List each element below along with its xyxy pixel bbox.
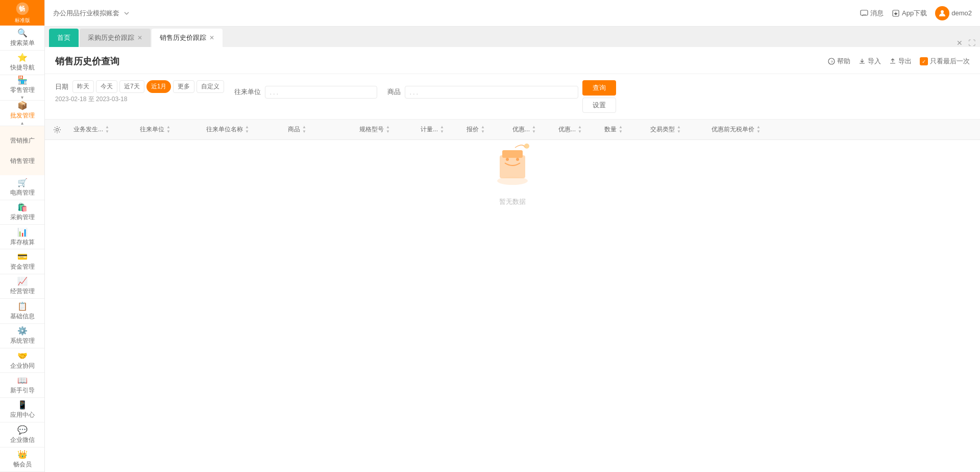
sort-calc-unit[interactable]: ▲▼: [440, 125, 444, 134]
product-input[interactable]: ...: [405, 86, 578, 99]
gear-icon: ⚙️: [17, 326, 28, 336]
th-discount1[interactable]: 优惠... ▲▼: [508, 125, 554, 134]
main-area: 办公用品行业模拟账套 消息 App下载 demo2 首页: [45, 0, 980, 472]
chat-icon: 💬: [17, 425, 28, 435]
sidebar-item-base-info[interactable]: 📋 基础信息: [0, 299, 45, 323]
app-download-btn[interactable]: App下载: [892, 9, 927, 18]
chevron-up-icon: ▴: [21, 120, 23, 126]
star-icon: ⭐: [17, 53, 28, 62]
sidebar-item-label: 快捷导航: [10, 63, 35, 72]
sidebar-item-wholesale[interactable]: 📦 批发管理 ▴: [0, 101, 45, 126]
import-btn[interactable]: 导入: [859, 57, 881, 66]
tab-sales[interactable]: 销售历史价跟踪 ✕: [152, 29, 223, 47]
sort-price[interactable]: ▲▼: [481, 125, 485, 134]
th-pretax[interactable]: 优惠前无税单价 ▲▼: [707, 125, 976, 134]
th-spec-label: 规格型号: [359, 125, 384, 134]
th-qty-label: 数量: [604, 125, 617, 134]
sort-product[interactable]: ▲▼: [302, 125, 306, 134]
partner-input[interactable]: ...: [265, 86, 377, 99]
date-btn-today[interactable]: 今天: [96, 80, 117, 93]
logo-icon: 畅: [15, 2, 30, 16]
product-input-dots: ...: [409, 88, 420, 96]
sidebar-item-search[interactable]: 🔍 搜索菜单: [0, 26, 45, 50]
help-btn[interactable]: ? 帮助: [828, 57, 850, 66]
th-product[interactable]: 商品 ▲▼: [284, 125, 355, 134]
sidebar-item-app-center[interactable]: 📱 应用中心: [0, 398, 45, 422]
query-button[interactable]: 查询: [582, 80, 616, 96]
sidebar-sub-item-marketing[interactable]: 营销推广: [0, 130, 45, 151]
sidebar-item-guide[interactable]: 📖 新手引导: [0, 373, 45, 397]
sidebar-item-quick-nav[interactable]: ⭐ 快捷导航: [0, 51, 45, 75]
table-container: 业务发生... ▲▼ 往来单位 ▲▼ 往来单位名称 ▲▼ 商品 ▲▼ 规格型号: [45, 120, 980, 472]
sidebar-item-operations[interactable]: 📈 经营管理: [0, 274, 45, 299]
date-btn-custom[interactable]: 自定义: [197, 80, 224, 93]
user-menu[interactable]: demo2: [935, 6, 972, 20]
tab-home[interactable]: 首页: [49, 29, 79, 47]
tab-sales-close[interactable]: ✕: [209, 34, 214, 41]
sort-qty[interactable]: ▲▼: [619, 125, 623, 134]
export-btn[interactable]: 导出: [889, 57, 912, 66]
sidebar-item-stock[interactable]: 📊 库存核算: [0, 225, 45, 249]
sort-trade-type[interactable]: ▲▼: [677, 125, 681, 134]
table-header: 业务发生... ▲▼ 往来单位 ▲▼ 往来单位名称 ▲▼ 商品 ▲▼ 规格型号: [45, 120, 980, 140]
settings-button[interactable]: 设置: [582, 98, 616, 113]
sort-unit[interactable]: ▲▼: [166, 125, 170, 134]
th-discount2[interactable]: 优惠... ▲▼: [554, 125, 600, 134]
th-trade-type[interactable]: 交易类型 ▲▼: [646, 125, 707, 134]
sort-discount2[interactable]: ▲▼: [578, 125, 582, 134]
sort-spec[interactable]: ▲▼: [386, 125, 390, 134]
date-btn-yesterday[interactable]: 昨天: [72, 80, 94, 93]
sidebar-item-finance[interactable]: 💳 资金管理: [0, 249, 45, 274]
sidebar-item-system[interactable]: ⚙️ 系统管理: [0, 324, 45, 348]
svg-rect-9: [500, 155, 525, 178]
header-dropdown[interactable]: [124, 10, 130, 16]
maximize-window-btn[interactable]: ⛶: [968, 39, 976, 47]
tab-purchase[interactable]: 采购历史价跟踪 ✕: [80, 29, 151, 47]
messages-btn[interactable]: 消息: [860, 9, 884, 18]
th-price[interactable]: 报价 ▲▼: [462, 125, 508, 134]
date-btn-more[interactable]: 更多: [173, 80, 194, 93]
card-icon: 💳: [17, 252, 28, 262]
th-spec[interactable]: 规格型号 ▲▼: [355, 125, 416, 134]
svg-point-11: [506, 158, 509, 161]
download-icon: [892, 9, 900, 17]
filter-area: 日期 昨天 今天 近7天 近1月 更多 自定义 2023-02-18 至 202…: [45, 74, 980, 120]
header-left: 办公用品行业模拟账套: [53, 9, 130, 18]
tab-purchase-close[interactable]: ✕: [137, 34, 142, 41]
sort-date[interactable]: ▲▼: [105, 125, 109, 134]
svg-point-7: [56, 128, 59, 131]
messages-label: 消息: [870, 9, 884, 18]
chevron-down-icon: ▾: [21, 95, 23, 100]
th-calc-unit[interactable]: 计量... ▲▼: [416, 125, 462, 134]
th-qty[interactable]: 数量 ▲▼: [600, 125, 646, 134]
sidebar-item-member[interactable]: 👑 畅会员: [0, 447, 45, 472]
sidebar-item-wechat[interactable]: 💬 企业微信: [0, 422, 45, 447]
page-actions: ? 帮助 导入 导出 ✓ 只看最后一次: [828, 57, 970, 66]
sidebar-item-label: 基础信息: [10, 312, 35, 321]
th-unit-name[interactable]: 往来单位名称 ▲▼: [202, 125, 284, 134]
logo-subtitle: 标准版: [15, 17, 30, 24]
th-settings[interactable]: [49, 126, 69, 134]
filter-search-area: 日期 昨天 今天 近7天 近1月 更多 自定义 2023-02-18 至 202…: [55, 80, 616, 113]
sidebar-sub-item-sales-mgmt[interactable]: 销售管理: [0, 151, 45, 171]
date-btn-7days[interactable]: 近7天: [119, 80, 144, 93]
th-date-label: 业务发生...: [74, 125, 103, 134]
sort-unit-name[interactable]: ▲▼: [245, 125, 249, 134]
sort-pretax[interactable]: ▲▼: [756, 125, 761, 134]
sidebar-item-retail[interactable]: 🏪 零售管理 ▾: [0, 75, 45, 101]
sort-discount1[interactable]: ▲▼: [532, 125, 536, 134]
only-last-checkbox[interactable]: ✓: [920, 57, 928, 65]
svg-text:?: ?: [831, 60, 834, 64]
sidebar-item-enterprise[interactable]: 🤝 企业协同: [0, 348, 45, 373]
date-filter-group: 日期 昨天 今天 近7天 近1月 更多 自定义 2023-02-18 至 202…: [55, 80, 224, 104]
partner-input-dots: ...: [270, 88, 280, 96]
date-btn-1month[interactable]: 近1月: [146, 80, 172, 93]
svg-point-4: [941, 10, 944, 13]
close-window-btn[interactable]: ✕: [955, 39, 964, 47]
sidebar-item-purchase[interactable]: 🛍️ 采购管理: [0, 200, 45, 225]
th-date[interactable]: 业务发生... ▲▼: [69, 125, 136, 134]
sidebar-item-ecom[interactable]: 🛒 电商管理: [0, 175, 45, 200]
empty-illustration: [487, 140, 538, 191]
th-unit[interactable]: 往来单位 ▲▼: [136, 125, 202, 134]
only-last-toggle[interactable]: ✓ 只看最后一次: [920, 57, 970, 66]
